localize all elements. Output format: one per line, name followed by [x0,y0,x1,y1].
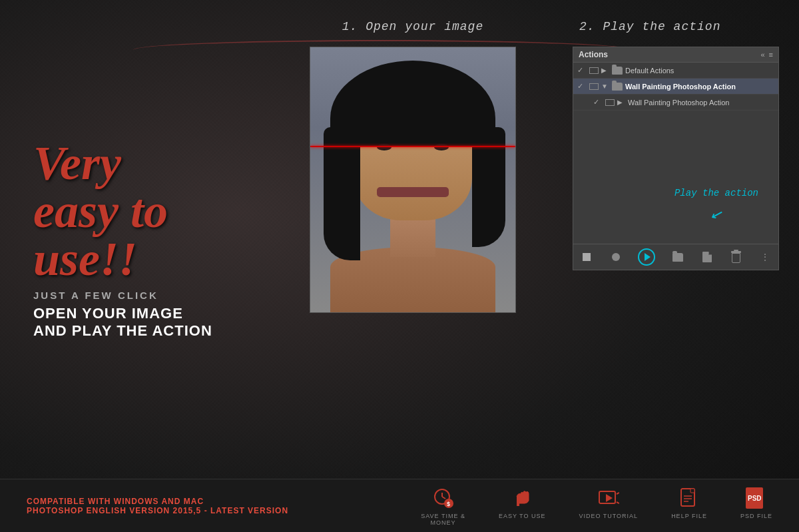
play-btn[interactable] [638,248,655,266]
right-panel: 2. Play the action Actions « ≡ ✓ ▶ Defau… [573,0,799,479]
portrait-bg [310,47,515,312]
panel-title: Actions [579,50,608,59]
svg-text:PSD: PSD [748,495,762,502]
new-action-btn[interactable] [700,250,714,264]
check-wall-action: ✓ [593,98,603,107]
footer-help-file[interactable]: Help File [671,486,707,526]
tagline-play-action: and play the action [33,322,212,339]
psd-file-label: PSD File [740,513,772,519]
stop-icon [583,253,591,261]
photo-container [310,47,516,313]
square-wall-folder [589,83,599,90]
eye-left [377,144,392,150]
action-row-default[interactable]: ✓ ▶ Default Actions [573,63,778,79]
options-btn[interactable]: ⋮ [758,250,772,264]
action-label-wall-action: Wall Painting Photoshop Action [628,99,774,107]
save-time-icon: $ [431,486,455,510]
action-row-wall-action[interactable]: ✓ ▶ Wall Painting Photoshop Action [573,95,778,111]
arrow-wall-folder: ▼ [601,83,609,90]
svg-text:$: $ [447,501,450,507]
footer-psd-file[interactable]: PSD PSD File [740,486,772,526]
hair-left [324,127,360,260]
lips [377,187,449,197]
footer-easy-to-use[interactable]: Easy To Use [499,486,546,526]
svg-line-7 [617,493,619,494]
panel-collapse-btn[interactable]: « [760,51,764,59]
options-icon: ⋮ [760,252,770,262]
new-folder-btn[interactable] [671,250,684,264]
arrow-wall-action: ▶ [617,99,625,106]
panel-header: Actions « ≡ [573,47,778,63]
footer-version: Photoshop English Version 2015,5 - Lates… [27,506,394,515]
step1-label: 1. Open your image [342,20,483,33]
action-label-default: Default Actions [625,67,774,75]
delete-btn[interactable] [729,250,742,264]
square-default [589,67,599,74]
eye-right [434,144,449,150]
arrow-default: ▶ [601,67,609,74]
help-file-icon [677,486,701,510]
easy-to-use-label: Easy To Use [499,513,546,519]
square-wall-action [605,99,615,106]
video-tutorial-icon [597,486,621,510]
stop-btn[interactable] [580,250,593,264]
action-label-wall-folder: Wall Painting Photoshop Action [625,83,774,91]
folder-icon-default [612,67,623,75]
face-silhouette [310,47,515,312]
tagline-sub2-3: Open your image and play the action [33,305,226,340]
new-doc-icon [702,252,712,262]
play-icon [645,253,651,261]
tagline-sub1: Just a few click [33,290,226,301]
help-file-label: Help File [671,513,707,519]
svg-line-2 [442,497,445,499]
footer-compat-line1: Compatible with Windows and Mac [27,497,394,506]
bangs [344,114,482,147]
check-default: ✓ [577,66,587,75]
play-annotation-arrow: ↙ [673,194,760,230]
folder-icon-wall [612,83,623,91]
psd-file-icon: PSD [744,486,768,510]
record-btn[interactable] [609,250,623,264]
panel-menu-btn[interactable]: ≡ [769,51,773,59]
footer: Compatible with Windows and Mac Photosho… [0,479,799,532]
footer-video-tutorial[interactable]: Video Tutorial [579,486,638,526]
play-annotation: Play the action ↙ [674,188,758,224]
footer-icons: $ Save Time &Money Easy To Use [421,486,799,526]
footer-save-time[interactable]: $ Save Time &Money [421,486,465,526]
neck [390,217,435,257]
svg-marker-6 [606,494,613,502]
trash-icon [732,253,740,263]
tagline-open-image: Open your image [33,305,183,322]
save-time-label: Save Time &Money [421,513,465,526]
main-content: Veryeasy touse!! Just a few click Open y… [0,0,799,479]
left-panel: Veryeasy touse!! Just a few click Open y… [0,0,253,479]
folder-create-icon [672,253,683,262]
panel-spacer: Play the action ↙ [573,111,778,244]
actions-panel: Actions « ≡ ✓ ▶ Default Actions ✓ ▼ [573,47,779,270]
tagline-main: Veryeasy touse!! [33,139,226,283]
panel-controls: « ≡ [760,51,773,59]
action-row-wall-folder[interactable]: ✓ ▼ Wall Painting Photoshop Action [573,79,778,95]
step2-label: 2. Play the action [573,20,779,33]
check-wall-folder: ✓ [577,82,587,91]
svg-line-8 [617,502,619,503]
easy-to-use-icon [510,486,534,510]
svg-rect-10 [690,489,694,493]
panel-toolbar: ⋮ [573,244,778,270]
footer-left: Compatible with Windows and Mac Photosho… [0,497,421,515]
record-icon [612,253,620,261]
red-line [310,146,515,147]
video-tutorial-label: Video Tutorial [579,513,638,519]
center-panel: 1. Open your image [253,0,573,479]
